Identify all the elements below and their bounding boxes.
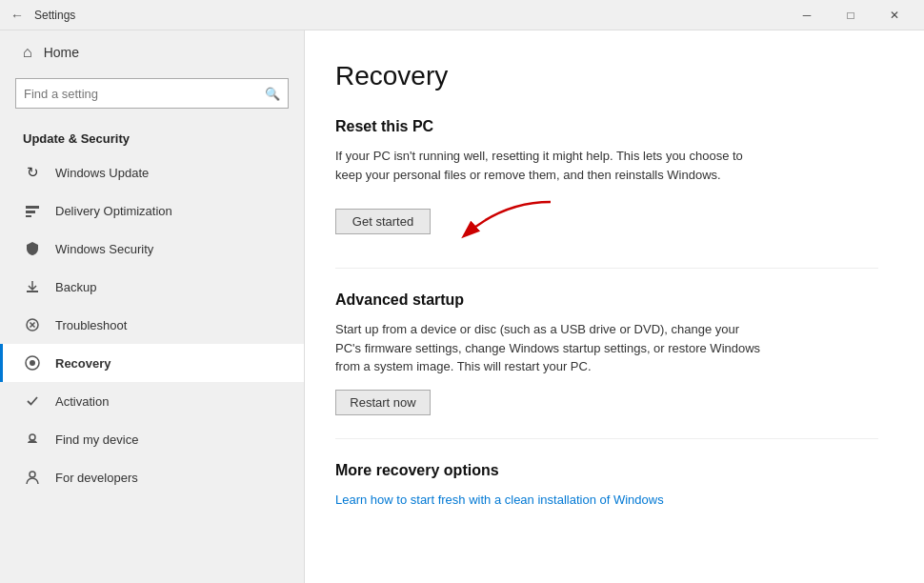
svg-rect-1: [26, 211, 35, 213]
nav-label: Activation: [55, 394, 109, 409]
window-title: Settings: [34, 9, 785, 22]
page-title: Recovery: [335, 61, 878, 91]
minimize-button[interactable]: ─: [785, 0, 829, 30]
get-started-row: Get started: [335, 197, 878, 245]
svg-rect-3: [27, 291, 38, 292]
delivery-optimization-icon: [23, 201, 42, 220]
search-input[interactable]: [24, 87, 265, 101]
nav-label: For developers: [55, 471, 138, 485]
nav-label: Find my device: [55, 432, 138, 447]
reset-pc-section: Reset this PC If your PC isn't running w…: [335, 118, 878, 245]
svg-point-6: [30, 360, 35, 366]
divider-1: [335, 268, 878, 269]
search-box[interactable]: 🔍: [15, 78, 289, 109]
sidebar-section-title: Update & Security: [0, 124, 304, 153]
svg-point-8: [30, 472, 35, 477]
sidebar-item-delivery-optimization[interactable]: Delivery Optimization: [0, 191, 304, 230]
window-controls: ─ □ ✕: [785, 0, 916, 30]
nav-label: Recovery: [55, 356, 111, 371]
nav-label: Windows Update: [55, 166, 149, 180]
troubleshoot-icon: [23, 315, 42, 334]
sidebar-item-home[interactable]: ⌂ Home: [0, 30, 304, 74]
red-arrow: [446, 197, 560, 245]
recovery-icon: [23, 353, 42, 372]
sidebar-item-recovery[interactable]: Recovery: [0, 344, 304, 382]
sidebar-item-activation[interactable]: Activation: [0, 382, 304, 420]
advanced-startup-section: Advanced startup Start up from a device …: [335, 292, 878, 415]
clean-install-link[interactable]: Learn how to start fresh with a clean in…: [335, 493, 664, 507]
svg-rect-0: [26, 206, 39, 209]
sidebar-item-backup[interactable]: Backup: [0, 268, 304, 306]
close-button[interactable]: ✕: [873, 0, 916, 30]
back-button[interactable]: ←: [8, 6, 27, 25]
svg-point-7: [30, 434, 35, 440]
reset-pc-title: Reset this PC: [335, 118, 878, 135]
windows-update-icon: ↻: [23, 163, 42, 182]
sidebar-item-find-my-device[interactable]: Find my device: [0, 420, 304, 458]
advanced-startup-description: Start up from a device or disc (such as …: [335, 320, 764, 376]
maximize-button[interactable]: □: [829, 0, 873, 30]
find-my-device-icon: [23, 430, 42, 449]
for-developers-icon: [23, 468, 42, 487]
home-label: Home: [44, 45, 79, 60]
content-area: Recovery Reset this PC If your PC isn't …: [305, 30, 924, 583]
windows-security-icon: [23, 239, 42, 258]
more-recovery-section: More recovery options Learn how to start…: [335, 462, 878, 508]
advanced-startup-title: Advanced startup: [335, 292, 878, 309]
search-icon: 🔍: [265, 87, 280, 101]
reset-pc-description: If your PC isn't running well, resetting…: [335, 147, 764, 184]
more-recovery-title: More recovery options: [335, 462, 878, 479]
home-icon: ⌂: [23, 44, 32, 61]
backup-icon: [23, 277, 42, 296]
nav-label: Troubleshoot: [55, 318, 127, 332]
title-bar: ← Settings ─ □ ✕: [0, 0, 924, 30]
app-body: ⌂ Home 🔍 Update & Security ↻ Windows Upd…: [0, 30, 924, 583]
sidebar-item-for-developers[interactable]: For developers: [0, 458, 304, 496]
activation-icon: [23, 392, 42, 411]
get-started-button[interactable]: Get started: [335, 209, 431, 234]
svg-rect-2: [26, 215, 31, 217]
sidebar-item-troubleshoot[interactable]: Troubleshoot: [0, 306, 304, 344]
divider-2: [335, 438, 878, 439]
sidebar: ⌂ Home 🔍 Update & Security ↻ Windows Upd…: [0, 30, 305, 583]
nav-label: Backup: [55, 280, 96, 294]
nav-label: Delivery Optimization: [55, 204, 172, 218]
sidebar-item-windows-update[interactable]: ↻ Windows Update: [0, 153, 304, 191]
nav-label: Windows Security: [55, 242, 153, 256]
restart-now-button[interactable]: Restart now: [335, 390, 431, 415]
sidebar-item-windows-security[interactable]: Windows Security: [0, 230, 304, 268]
